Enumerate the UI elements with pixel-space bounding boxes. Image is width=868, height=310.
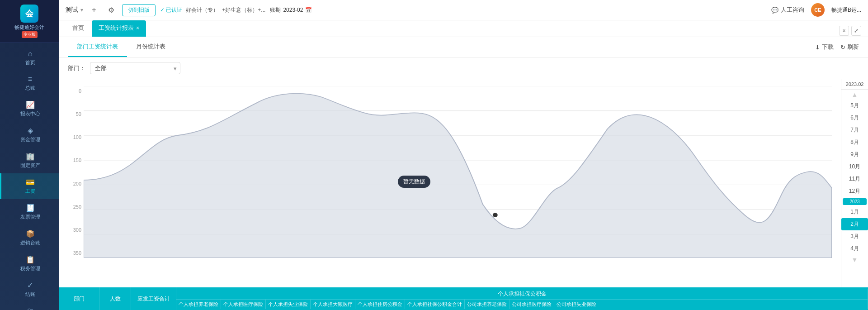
tax-icon: 📋 <box>26 255 35 264</box>
col-total-salary: 应发工资合计 <box>131 287 176 310</box>
col-group-personal: 个人承担社保公积金 个人承担养老保险 个人承担医疗保险 个人承担失业保险 个人承… <box>176 289 868 309</box>
nav-label-home: 首页 <box>25 59 35 66</box>
month-1[interactable]: 1月 <box>841 206 868 218</box>
sales-icon: 📦 <box>26 229 35 238</box>
filter-bar: 部门： 全部 ▾ <box>59 57 868 79</box>
header-status: ✓ 已认证 好会计（专） +好生意（标）+... <box>160 6 265 14</box>
month-3[interactable]: 3月 <box>841 230 868 243</box>
nav-label-funds: 资金管理 <box>20 136 40 143</box>
sub-tab-actions: ⬇ 下载 ↻ 刷新 <box>815 43 859 51</box>
nav-label-assets: 固定资产 <box>20 162 40 169</box>
user-avatar: CE <box>811 3 825 17</box>
sidebar-item-reports[interactable]: 📈 报表中心 <box>0 96 59 122</box>
support-button[interactable]: 💬 人工咨询 <box>771 6 804 14</box>
sub-tab-bar: 部门工资统计表 月份统计表 ⬇ 下载 ↻ 刷新 <box>59 37 868 57</box>
chart-tooltip-marker <box>493 213 498 217</box>
chart-area: 350 300 250 200 150 100 50 0 <box>59 79 841 287</box>
app-name: 畅捷通好会计 <box>14 24 44 30</box>
sidebar-nav: ⌂ 首页 ≡ 总账 📈 报表中心 ◈ 资金管理 🏢 固定资产 💳 工资 🧾 发票… <box>0 43 59 310</box>
month-9[interactable]: 9月 <box>841 148 868 161</box>
month-4[interactable]: 4月 <box>841 243 868 255</box>
sidebar-item-tax[interactable]: 📋 税务管理 <box>0 251 59 277</box>
date-picker-header: 2023.02 <box>841 79 868 90</box>
ledger-icon: ≡ <box>28 75 32 83</box>
y-label-50: 50 <box>68 111 84 117</box>
tab-home[interactable]: 首页 <box>66 20 91 37</box>
sidebar-item-sales[interactable]: 📦 进销台账 <box>0 225 59 251</box>
chart-svg-wrapper: 暂无数据 <box>84 86 832 258</box>
user-name[interactable]: 畅捷通B运... <box>831 6 861 14</box>
sidebar-item-settle[interactable]: ✓ 结账 <box>0 277 59 302</box>
sidebar-item-archive[interactable]: 🗂 归档管理 <box>0 302 59 310</box>
logo-icon: 会 <box>20 5 38 23</box>
month-8[interactable]: 8月 <box>841 136 868 148</box>
nav-label-ledger: 总账 <box>25 85 35 91</box>
chart-container: 350 300 250 200 150 100 50 0 <box>68 86 832 272</box>
assets-icon: 🏢 <box>26 152 35 161</box>
refresh-button[interactable]: ↻ 刷新 <box>840 43 859 51</box>
add-button[interactable]: + <box>88 4 100 16</box>
salary-icon: 💳 <box>26 178 35 186</box>
month-5[interactable]: 5月 <box>841 100 868 112</box>
dept-select[interactable]: 全部 <box>90 62 180 74</box>
sidebar-item-home[interactable]: ⌂ 首页 <box>0 45 59 71</box>
nav-label-settle: 结账 <box>25 291 35 298</box>
period-label: 账期 <box>270 6 281 14</box>
verified-status: ✓ 已认证 <box>160 6 182 14</box>
col-housing-fund: 个人承担住房公积金 <box>355 300 405 309</box>
nav-label-sales: 进销台账 <box>20 239 40 246</box>
col-headcount: 人数 <box>99 287 131 310</box>
project-dropdown-arrow: ▾ <box>80 7 83 13</box>
dept-filter-label: 部门： <box>68 64 85 72</box>
app-badge: 专业版 <box>22 31 38 38</box>
calendar-icon[interactable]: 📅 <box>305 7 312 13</box>
header-right: 💬 人工咨询 CE 畅捷通B运... <box>771 3 861 17</box>
sub-tab-month[interactable]: 月份统计表 <box>127 37 175 57</box>
col-major-medical: 个人承担大额医疗 <box>311 300 355 309</box>
area-chart-svg <box>84 86 832 258</box>
archive-icon: 🗂 <box>27 307 34 310</box>
sub-tab-dept[interactable]: 部门工资统计表 <box>68 37 127 57</box>
month-12[interactable]: 12月 <box>841 185 868 197</box>
switch-version-button[interactable]: 切到旧版 <box>122 4 156 16</box>
col-dept: 部门 <box>59 287 99 310</box>
sidebar-item-assets[interactable]: 🏢 固定资产 <box>0 148 59 173</box>
sidebar-item-salary[interactable]: 💳 工资 <box>0 173 59 199</box>
month-2-active[interactable]: 2月 <box>841 218 868 230</box>
business-status: +好生意（标）+... <box>222 6 265 14</box>
download-button[interactable]: ⬇ 下载 <box>815 43 834 51</box>
month-7[interactable]: 7月 <box>841 124 868 136</box>
project-name: 测试 <box>66 6 78 14</box>
nav-label-salary: 工资 <box>25 188 35 195</box>
y-label-300: 300 <box>68 227 84 233</box>
sidebar-item-ledger[interactable]: ≡ 总账 <box>0 71 59 96</box>
sidebar-item-invoice[interactable]: 🧾 发票管理 <box>0 199 59 225</box>
sidebar-item-funds[interactable]: ◈ 资金管理 <box>0 122 59 148</box>
col-company-pension: 公司承担养老保险 <box>465 300 509 309</box>
plan-status: 好会计（专） <box>186 6 218 14</box>
main-content: 测试 ▾ + ⚙ 切到旧版 ✓ 已认证 好会计（专） +好生意（标）+... 账… <box>59 0 868 310</box>
col-company-unemployment: 公司承担失业保险 <box>554 300 599 309</box>
funds-icon: ◈ <box>28 126 33 135</box>
project-selector[interactable]: 测试 ▾ <box>66 6 83 14</box>
home-icon: ⌂ <box>28 50 33 58</box>
settings-button[interactable]: ⚙ <box>105 4 118 16</box>
month-6[interactable]: 6月 <box>841 112 868 124</box>
invoice-icon: 🧾 <box>26 204 35 212</box>
settle-icon: ✓ <box>27 281 33 290</box>
date-next-nav[interactable]: ▼ <box>841 255 868 265</box>
close-window-button[interactable]: × <box>839 26 849 36</box>
y-label-350: 350 <box>68 250 84 256</box>
table-footer-header: 部门 人数 应发工资合计 个人承担社保公积金 个人承担养老保险 个人承担医疗保险… <box>59 287 868 310</box>
group-cells: 个人承担养老保险 个人承担医疗保险 个人承担失业保险 个人承担大额医疗 个人承担… <box>176 300 868 309</box>
month-11[interactable]: 11月 <box>841 173 868 185</box>
sub-tabs: 部门工资统计表 月份统计表 <box>68 37 175 57</box>
date-prev-nav[interactable]: ▲ <box>841 90 868 100</box>
maximize-window-button[interactable]: ⤢ <box>851 26 861 36</box>
month-10[interactable]: 10月 <box>841 161 868 173</box>
tab-close-icon[interactable]: × <box>136 25 139 31</box>
tab-bar: 首页 工资统计报表 × × ⤢ <box>59 20 868 37</box>
account-period: 账期 2023-02 📅 <box>270 6 312 14</box>
tab-salary-report[interactable]: 工资统计报表 × <box>92 20 146 37</box>
page-content: 部门工资统计表 月份统计表 ⬇ 下载 ↻ 刷新 部门： <box>59 37 868 310</box>
